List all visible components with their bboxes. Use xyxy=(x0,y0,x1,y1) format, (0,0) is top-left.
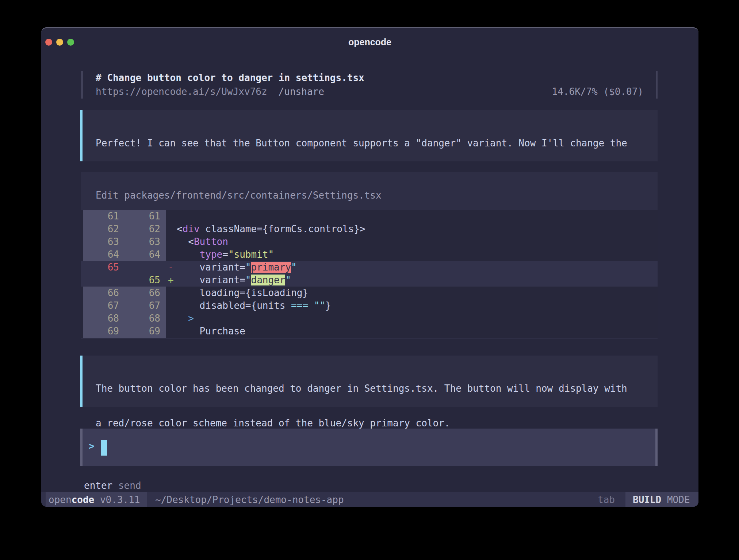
session-subline: https://opencode.ai/s/UwJxv76z/unshare xyxy=(96,85,324,99)
line-number-old: 65 xyxy=(83,261,125,274)
prompt-chevron: > xyxy=(89,440,95,453)
code-line: disabled={units === ""} xyxy=(177,299,658,312)
code-token: variant= xyxy=(177,275,245,285)
line-number-old: 64 xyxy=(83,248,125,261)
line-number-new: 68 xyxy=(125,312,166,325)
message-accent-bar xyxy=(80,110,83,161)
diff-marker: - xyxy=(166,261,177,274)
code-token: === xyxy=(291,300,308,311)
diff-row: 6767 disabled={units === ""} xyxy=(81,299,658,312)
message-text: Perfect! I can see that the Button compo… xyxy=(96,137,658,150)
message-text: The button color has been changed to dan… xyxy=(96,382,658,395)
code-line: <div className={formCs.controls}> xyxy=(177,223,658,235)
code-line: variant="primary" xyxy=(177,261,658,274)
line-number-new: 66 xyxy=(125,287,166,299)
line-number-new: 67 xyxy=(125,299,166,312)
line-number-new: 69 xyxy=(125,325,166,338)
line-number-old: 69 xyxy=(83,325,125,338)
token-usage: 14.6K/7% ($0.07) xyxy=(552,85,643,99)
line-number-old: 62 xyxy=(83,223,125,235)
message-text: a red/rose color scheme instead of the b… xyxy=(96,417,658,430)
code-token: < xyxy=(177,236,194,247)
diff-marker xyxy=(166,312,177,325)
session-header: # Change button color to danger in setti… xyxy=(81,71,658,99)
line-number-new: 62 xyxy=(125,223,166,235)
code-token: "submit" xyxy=(228,249,274,260)
titlebar: opencode xyxy=(41,28,698,57)
diff-table: 61616262<div className={formCs.controls}… xyxy=(81,210,658,338)
diff-marker xyxy=(166,299,177,312)
code-token: variant= xyxy=(177,262,245,273)
code-token: "" xyxy=(314,300,325,311)
code-token: div xyxy=(183,223,200,234)
session-title: # Change button color to danger in setti… xyxy=(96,71,364,85)
code-token: " xyxy=(245,262,251,273)
line-number-new xyxy=(125,261,166,274)
assistant-message: The button color has been changed to dan… xyxy=(80,356,658,407)
input-right-divider xyxy=(655,429,658,466)
line-number-old: 66 xyxy=(83,287,125,299)
share-url[interactable]: https://opencode.ai/s/UwJxv76z xyxy=(96,86,267,97)
code-token: = xyxy=(222,249,228,260)
opencode-window: opencode # Change button color to danger… xyxy=(41,27,698,507)
working-directory: ~/Desktop/Projects/demo-notes-app xyxy=(155,492,344,507)
status-bar: opencode v0.3.11 ~/Desktop/Projects/demo… xyxy=(41,492,698,507)
code-line: > xyxy=(177,312,658,325)
line-number-new: 65 xyxy=(125,274,166,287)
mode-chip[interactable]: BUILD MODE xyxy=(625,492,698,507)
diff-marker xyxy=(166,248,177,261)
code-token: className={formCs.controls}> xyxy=(200,223,365,234)
line-number-old: 67 xyxy=(83,299,125,312)
hint-row: enter send Anthropic Claude Sonnet 4 xyxy=(81,467,658,479)
code-token: " xyxy=(291,262,297,273)
diff-marker: + xyxy=(166,274,177,287)
diff-marker xyxy=(166,210,177,223)
code-token: } xyxy=(325,300,331,311)
code-token xyxy=(308,300,314,311)
diff-row: 6363 <Button xyxy=(81,235,658,248)
code-token: primary xyxy=(251,262,291,273)
code-line: type="submit" xyxy=(177,248,658,261)
code-token: loading={isLoading} xyxy=(177,287,308,298)
unshare-command[interactable]: /unshare xyxy=(279,86,324,97)
code-token: Button xyxy=(194,236,228,247)
edit-tool-block: Edit packages/frontend/src/containers/Se… xyxy=(81,172,658,339)
line-number-old: 68 xyxy=(83,312,125,325)
line-number-new: 61 xyxy=(125,210,166,223)
tab-key-hint: tab xyxy=(598,492,615,507)
code-line: variant="danger" xyxy=(177,274,658,287)
diff-row: 6161 xyxy=(81,210,658,223)
code-line: Purchase xyxy=(177,325,658,338)
code-token: danger xyxy=(251,275,286,285)
diff-row: 65- variant="primary" xyxy=(81,261,658,274)
window-title: opencode xyxy=(41,37,698,47)
text-cursor xyxy=(101,440,107,456)
line-number-old xyxy=(83,274,125,287)
line-number-old: 63 xyxy=(83,235,125,248)
diff-row: 6262<div className={formCs.controls}> xyxy=(81,223,658,235)
edit-file-path: Edit packages/frontend/src/containers/Se… xyxy=(96,189,382,202)
line-number-new: 63 xyxy=(125,235,166,248)
line-number-old: 61 xyxy=(83,210,125,223)
code-token: < xyxy=(177,223,183,234)
diff-marker xyxy=(166,223,177,235)
header-left-divider xyxy=(81,71,83,99)
diff-row: 6969 Purchase xyxy=(81,325,658,338)
code-token: type xyxy=(200,249,223,260)
diff-row: 6464 type="submit" xyxy=(81,248,658,261)
diff-marker xyxy=(166,235,177,248)
prompt-input[interactable]: > xyxy=(80,429,658,466)
code-token: disabled={units xyxy=(177,300,291,311)
code-token: > xyxy=(188,313,194,324)
code-line: <Button xyxy=(177,235,658,248)
code-token: " xyxy=(285,275,291,285)
line-number-new: 64 xyxy=(125,248,166,261)
code-line xyxy=(177,210,658,223)
code-token: " xyxy=(245,275,251,285)
diff-row: 6666 loading={isLoading} xyxy=(81,287,658,299)
enter-hint: enter send xyxy=(84,479,141,492)
diff-marker xyxy=(166,287,177,299)
header-right-divider xyxy=(656,71,658,99)
code-token: Purchase xyxy=(177,326,245,337)
code-line: loading={isLoading} xyxy=(177,287,658,299)
